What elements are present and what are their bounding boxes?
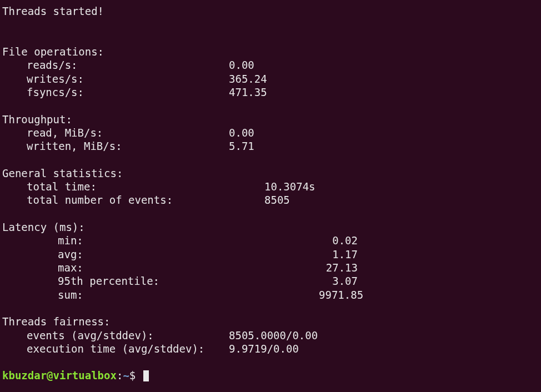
- throughput-written-row: written, MiB/s: 5.71: [2, 139, 539, 153]
- total-time-label: total time:: [27, 180, 97, 193]
- prompt-dollar: $: [129, 369, 136, 381]
- latency-max-label: max:: [58, 262, 83, 274]
- threads-started-header: Threads started!: [2, 4, 539, 18]
- latency-sum-value: 9971.85: [319, 289, 363, 301]
- latency-min-label: min:: [58, 234, 83, 247]
- fsyncs-label: fsyncs/s:: [27, 86, 84, 98]
- file-operations-title: File operations:: [2, 45, 539, 58]
- total-events-row: total number of events: 8505: [2, 193, 539, 207]
- latency-p95-label: 95th percentile:: [58, 275, 159, 287]
- fairness-exec-value: 9.9719/0.00: [229, 343, 299, 355]
- prompt-path: ~: [123, 369, 129, 381]
- latency-p95-value: 3.07: [332, 275, 358, 287]
- latency-max-value: 27.13: [326, 262, 358, 274]
- throughput-title: Throughput:: [2, 113, 539, 126]
- fairness-exec-label: execution time (avg/stddev):: [27, 343, 204, 355]
- total-time-row: total time: 10.3074s: [2, 180, 539, 193]
- blank-line: [2, 99, 539, 112]
- blank-line: [2, 301, 539, 315]
- written-value: 5.71: [229, 140, 254, 152]
- prompt-host: virtualbox: [53, 369, 117, 381]
- throughput-read-row: read, MiB/s: 0.00: [2, 126, 539, 139]
- reads-label: reads/s:: [27, 59, 78, 71]
- latency-sum-label: sum:: [58, 289, 83, 301]
- blank-line: [2, 18, 539, 31]
- writes-value: 365.24: [229, 73, 267, 85]
- total-time-value: 10.3074s: [264, 180, 315, 193]
- blank-line: [2, 32, 539, 45]
- total-events-value: 8505: [264, 194, 290, 206]
- prompt-line[interactable]: kbuzdar@virtualbox:~$: [2, 369, 539, 382]
- file-ops-reads-row: reads/s: 0.00: [2, 58, 539, 72]
- prompt-at: @: [47, 369, 53, 381]
- latency-min-row: min: 0.02: [2, 234, 539, 247]
- latency-avg-row: avg: 1.17: [2, 248, 539, 261]
- read-label: read, MiB/s:: [27, 127, 103, 139]
- general-stats-title: General statistics:: [2, 167, 539, 180]
- fairness-events-row: events (avg/stddev): 8505.0000/0.00: [2, 329, 539, 342]
- latency-p95-row: 95th percentile: 3.07: [2, 274, 539, 288]
- prompt-user: kbuzdar: [2, 369, 47, 381]
- prompt-colon: :: [117, 369, 123, 381]
- writes-label: writes/s:: [27, 73, 84, 85]
- latency-min-value: 0.02: [332, 234, 358, 247]
- written-label: written, MiB/s:: [27, 140, 122, 152]
- blank-line: [2, 355, 539, 369]
- fairness-exec-row: execution time (avg/stddev): 9.9719/0.00: [2, 342, 539, 355]
- blank-line: [2, 207, 539, 220]
- latency-title: Latency (ms):: [2, 220, 539, 234]
- fairness-events-value: 8505.0000/0.00: [229, 329, 318, 341]
- fsyncs-value: 471.35: [229, 86, 267, 98]
- latency-max-row: max: 27.13: [2, 261, 539, 274]
- fairness-events-label: events (avg/stddev):: [27, 329, 154, 341]
- terminal-cursor[interactable]: [143, 370, 149, 381]
- reads-value: 0.00: [229, 59, 254, 71]
- blank-line: [2, 153, 539, 166]
- latency-avg-value: 1.17: [332, 248, 358, 260]
- latency-avg-label: avg:: [58, 248, 83, 260]
- latency-sum-row: sum: 9971.85: [2, 288, 539, 301]
- threads-fairness-title: Threads fairness:: [2, 315, 539, 328]
- total-events-label: total number of events:: [27, 194, 173, 206]
- file-ops-writes-row: writes/s: 365.24: [2, 72, 539, 86]
- read-value: 0.00: [229, 127, 254, 139]
- file-ops-fsyncs-row: fsyncs/s: 471.35: [2, 86, 539, 99]
